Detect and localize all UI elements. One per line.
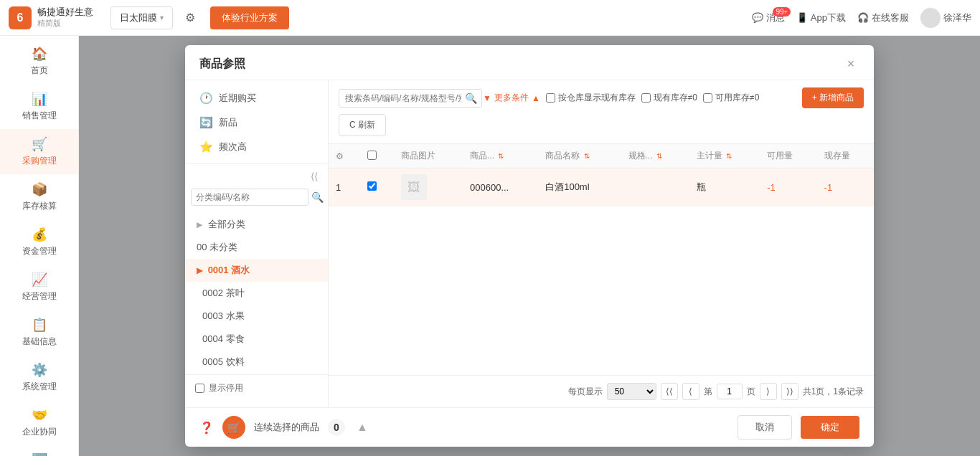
message-nav-item[interactable]: 💬 消息 99+	[752, 11, 785, 24]
last-page-button[interactable]: ⟩⟩	[781, 383, 798, 400]
modal-overlay: 商品参照 × 🕐 近期购买 🔄 新	[79, 36, 980, 456]
modal-close-button[interactable]: ×	[842, 55, 859, 72]
logo-area: 6 畅捷通好生意 精简版	[9, 6, 102, 29]
stock-by-warehouse-checkbox[interactable]	[546, 93, 555, 103]
quick-item-frequent[interactable]: ⭐ 频次高	[191, 135, 322, 159]
cat-item-0005[interactable]: 0005 饮料	[185, 351, 328, 374]
new-product-icon: 🔄	[199, 116, 213, 129]
show-disabled-checkbox[interactable]	[195, 384, 204, 393]
table-row[interactable]: 1 🖼 000600... 白酒100ml	[329, 168, 874, 206]
th-name: 商品名称 ⇅	[538, 144, 621, 168]
sidebar-item-sales[interactable]: 📊 销售管理	[0, 84, 78, 129]
table-header-row: ⚙ 商品图片 商品... ⇅	[329, 144, 874, 168]
table-settings-icon[interactable]: ⚙	[336, 151, 344, 161]
product-search-input[interactable]	[339, 89, 482, 108]
category-search-button[interactable]: 🔍	[311, 191, 324, 203]
sidebar-item-purchase[interactable]: 🛒 采购管理	[0, 129, 78, 174]
category-tree: ▶ 全部分类 00 未分类 ▶ 0001 酒水 0002 茶	[185, 210, 328, 374]
app-download-label: App下载	[811, 11, 846, 24]
operations-icon: 📈	[32, 272, 47, 288]
toolbar-row: 🔍 ▼ 更多条件 ▲ 按仓库显示现有库存	[329, 80, 874, 144]
headset-icon: 🎧	[857, 12, 869, 23]
cat-item-0004[interactable]: 0004 零食	[185, 328, 328, 351]
td-stock: -1	[817, 168, 874, 206]
available-stock-checkbox[interactable]	[641, 93, 651, 103]
select-all-checkbox[interactable]	[367, 151, 377, 160]
sidebar-item-inventory[interactable]: 📦 库存核算	[0, 174, 78, 219]
usable-stock-label[interactable]: 可用库存≠0	[703, 92, 759, 104]
product-reference-modal: 商品参照 × 🕐 近期购买 🔄 新	[185, 45, 874, 447]
user-nav-item[interactable]: 徐泽华	[920, 8, 971, 28]
refresh-button[interactable]: C 刷新	[339, 114, 386, 136]
stock-by-warehouse-label[interactable]: 按仓库显示现有库存	[546, 92, 636, 104]
sidebar-item-finance[interactable]: 💰 资金管理	[0, 219, 78, 265]
current-page-input[interactable]	[717, 384, 743, 399]
help-icon[interactable]: ❓	[199, 421, 214, 434]
product-search-button[interactable]: 🔍	[465, 92, 477, 104]
home-icon: 🏠	[32, 46, 47, 62]
code-sort-icon: ⇅	[498, 152, 504, 160]
usable-stock-checkbox[interactable]	[703, 93, 712, 103]
prev-page-button[interactable]: ⟨	[682, 383, 699, 400]
logo-sub: 精简版	[37, 18, 93, 29]
cat-item-0002[interactable]: 0002 茶叶	[185, 282, 328, 305]
add-product-button[interactable]: + 新增商品	[802, 87, 864, 108]
user-name: 徐泽华	[943, 11, 971, 24]
modal-body: 🕐 近期购买 🔄 新品 ⭐ 频次高	[185, 80, 874, 407]
sidebar-label-finance: 资金管理	[22, 245, 57, 257]
enterprise-icon: 🤝	[32, 407, 47, 423]
confirm-button[interactable]: 确定	[801, 416, 859, 439]
sidebar-item-basic-info[interactable]: 📋 基础信息	[0, 310, 78, 355]
selected-count: 0	[328, 419, 345, 436]
row-checkbox[interactable]	[367, 181, 377, 191]
show-disabled-row: 显示停用	[185, 374, 328, 402]
next-page-button[interactable]: ⟩	[760, 383, 777, 400]
experience-button[interactable]: 体验行业方案	[210, 6, 289, 29]
system-icon: ⚙️	[32, 362, 47, 378]
selector-arrow-icon: ▾	[160, 14, 164, 22]
frequent-icon: ⭐	[199, 141, 213, 153]
sidebar-label-operations: 经营管理	[22, 290, 57, 303]
more-filter-button[interactable]: ▼ 更多条件 ▲	[483, 92, 540, 104]
service-nav-item[interactable]: 🎧 在线客服	[857, 11, 909, 24]
cat-item-uncategorized[interactable]: 00 未分类	[185, 236, 328, 259]
sidebar-item-system[interactable]: ⚙️ 系统管理	[0, 355, 78, 400]
sidebar-label-home: 首页	[31, 65, 48, 77]
quick-item-recent[interactable]: 🕐 近期购买	[191, 86, 322, 110]
modal-header: 商品参照 ×	[185, 45, 874, 80]
td-name: 白酒100ml	[538, 168, 621, 206]
sidebar-item-guide[interactable]: 🆕 新手引导	[0, 445, 78, 456]
available-stock-label[interactable]: 现有库存≠0	[641, 92, 697, 104]
quick-item-new[interactable]: 🔄 新品	[191, 110, 322, 135]
footer-collapse-icon[interactable]: ▲	[357, 421, 368, 434]
cat-item-0001[interactable]: ▶ 0001 酒水	[185, 259, 328, 282]
sidebar-item-operations[interactable]: 📈 经营管理	[0, 265, 78, 310]
td-index: 1	[329, 168, 360, 206]
product-image: 🖼	[401, 174, 427, 200]
modal-footer: ❓ 🛒 连续选择的商品 0 ▲ 取消 确定	[185, 407, 874, 447]
selected-items-label: 连续选择的商品	[254, 421, 319, 434]
cat-item-0003[interactable]: 0003 水果	[185, 305, 328, 328]
settings-icon[interactable]: ⚙	[179, 6, 202, 29]
th-settings: ⚙	[329, 144, 360, 168]
cancel-button[interactable]: 取消	[738, 415, 792, 440]
sidebar-item-enterprise[interactable]: 🤝 企业协同	[0, 400, 78, 445]
message-icon: 💬	[752, 12, 763, 23]
sidebar-item-home[interactable]: 🏠 首页	[0, 39, 78, 84]
finance-icon: 💰	[32, 227, 47, 242]
category-search-input[interactable]	[191, 189, 308, 206]
per-page-select[interactable]: 50 10 20 100	[607, 383, 656, 400]
modal-title: 商品参照	[199, 57, 245, 72]
spec-sort-icon: ⇅	[656, 152, 662, 160]
cat-item-all[interactable]: ▶ 全部分类	[185, 213, 328, 236]
new-label: 新品	[219, 116, 237, 129]
company-selector[interactable]: 日太阳膜 ▾	[110, 6, 173, 29]
collapse-left-button[interactable]: ⟨⟨	[306, 168, 322, 184]
first-page-button[interactable]: ⟨⟨	[661, 383, 678, 400]
product-table-body: 1 🖼 000600... 白酒100ml	[329, 168, 874, 206]
sidebar-label-sales: 销售管理	[22, 110, 57, 122]
app-download-nav-item[interactable]: 📱 App下载	[796, 11, 846, 24]
main-content: 商品参照 × 🕐 近期购买 🔄 新	[79, 36, 980, 456]
modal-left-panel: 🕐 近期购买 🔄 新品 ⭐ 频次高	[185, 80, 329, 407]
filter-icon: ▼	[483, 93, 491, 103]
